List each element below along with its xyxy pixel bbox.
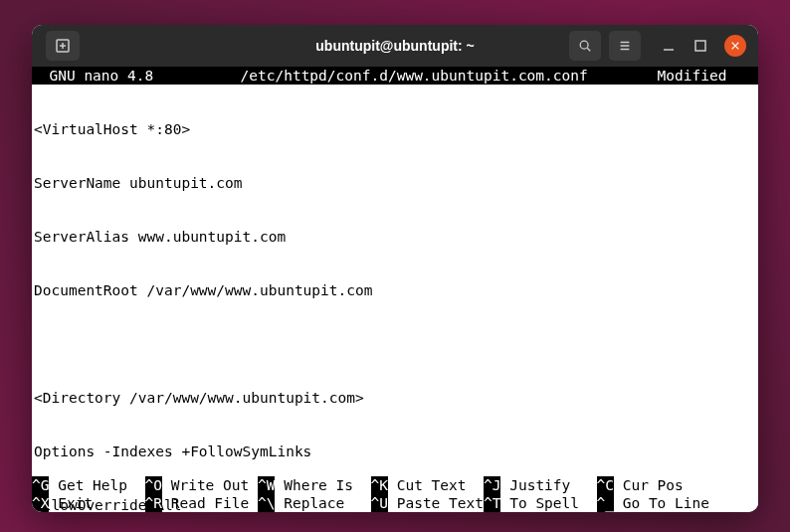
shortcut-action: Cut Text <box>388 476 484 494</box>
shortcut-key: ^K <box>371 476 388 494</box>
editor-line: <Directory /var/www/www.ubuntupit.com> <box>34 389 758 407</box>
shortcut-action: Where Is <box>275 476 370 494</box>
shortcut-key: ^T <box>484 494 500 512</box>
shortcut-key: ^G <box>32 476 49 494</box>
shortcut-key: ^U <box>371 494 388 512</box>
editor-area[interactable]: <VirtualHost *:80> ServerName ubuntupit.… <box>32 85 758 512</box>
nano-shortcuts: ^G Get Help ^O Write Out ^W Where Is ^K … <box>32 476 758 512</box>
shortcut-action: Replace <box>275 494 370 512</box>
close-icon <box>730 41 740 51</box>
maximize-button[interactable] <box>692 38 708 54</box>
new-tab-icon <box>55 38 71 54</box>
nano-status: Modified <box>658 67 736 85</box>
terminal-window: ubuntupit@ubuntupit: ~ <box>32 25 758 512</box>
shortcut-key: ^O <box>145 476 162 494</box>
menu-button[interactable] <box>609 31 641 61</box>
hamburger-icon <box>618 39 632 53</box>
editor-line: DocumentRoot /var/www/www.ubuntupit.com <box>34 281 758 299</box>
shortcut-key: ^R <box>145 494 162 512</box>
search-button[interactable] <box>569 31 601 61</box>
nano-app-name: GNU nano 4.8 <box>32 67 153 85</box>
nano-file-path: /etc/httpd/conf.d/www.ubuntupit.com.conf <box>241 67 588 85</box>
shortcut-action: Exit <box>49 494 144 512</box>
shortcut-key: ^J <box>484 476 500 494</box>
shortcut-action: To Spell <box>500 494 596 512</box>
shortcut-action: Cur Pos <box>614 476 684 494</box>
editor-line <box>34 335 758 353</box>
shortcut-action: Get Help <box>49 476 144 494</box>
shortcut-key: ^C <box>597 476 614 494</box>
titlebar: ubuntupit@ubuntupit: ~ <box>32 25 758 67</box>
shortcut-key: ^\ <box>258 494 275 512</box>
shortcut-key: ^_ <box>597 494 614 512</box>
shortcut-action: Paste Text <box>388 494 484 512</box>
shortcut-action: Justify <box>500 476 596 494</box>
maximize-icon <box>692 38 708 54</box>
shortcut-key: ^X <box>32 494 49 512</box>
new-tab-button[interactable] <box>46 31 80 61</box>
editor-line: ServerAlias www.ubuntupit.com <box>34 228 758 246</box>
svg-line-4 <box>587 48 590 51</box>
nano-statusbar: GNU nano 4.8 /etc/httpd/conf.d/www.ubunt… <box>32 67 758 85</box>
close-button[interactable] <box>724 35 746 57</box>
svg-point-3 <box>580 41 588 49</box>
search-icon <box>578 39 592 53</box>
editor-line: Options -Indexes +FollowSymLinks <box>34 443 758 460</box>
shortcut-action: Read File <box>162 494 258 512</box>
shortcut-action: Write Out <box>162 476 258 494</box>
svg-rect-9 <box>695 41 705 51</box>
editor-line: <VirtualHost *:80> <box>34 120 758 138</box>
terminal-content[interactable]: GNU nano 4.8 /etc/httpd/conf.d/www.ubunt… <box>32 67 758 512</box>
minimize-button[interactable] <box>661 38 677 54</box>
editor-line: ServerName ubuntupit.com <box>34 174 758 192</box>
shortcut-key: ^W <box>258 476 275 494</box>
window-title: ubuntupit@ubuntupit: ~ <box>315 38 474 54</box>
shortcut-action: Go To Line <box>614 494 709 512</box>
minimize-icon <box>661 38 677 54</box>
